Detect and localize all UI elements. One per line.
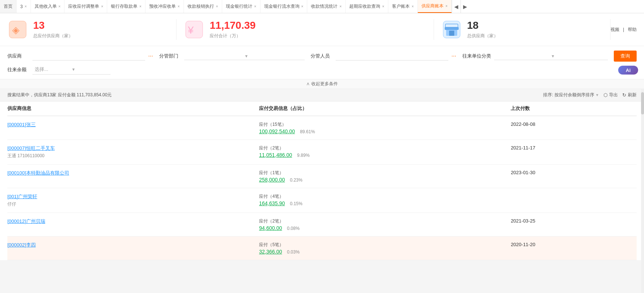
sort-label: 排序: 按应付余额倒序排序 ▼ xyxy=(543,92,599,98)
nav-item-3[interactable]: 3 × xyxy=(17,0,31,13)
supplier-info-cell: [000012]广州贝瑞 xyxy=(7,218,259,225)
supplier-name-link[interactable]: [000007]恒旺二手叉车 xyxy=(7,145,259,152)
payable-amount[interactable]: 258,000.00 xyxy=(259,177,285,183)
payable-amount[interactable]: 94,600.00 xyxy=(259,225,282,231)
filter-person: 分管人员 ··· xyxy=(311,52,456,61)
collapse-text: ∧ 收起更多条件 xyxy=(306,81,337,86)
person-dots-icon[interactable]: ··· xyxy=(451,53,456,59)
nav-next-arrow[interactable]: ▶ xyxy=(461,0,469,13)
nav-item-other-income[interactable]: 其他收入单 × xyxy=(31,0,65,13)
ai-badge[interactable]: Ai xyxy=(618,66,638,75)
stat-icon-supplier: ◈ xyxy=(7,19,28,40)
nav-item-customer-account[interactable]: 客户账本 × xyxy=(388,0,418,13)
svg-rect-7 xyxy=(449,31,454,36)
close-icon[interactable]: × xyxy=(382,4,384,8)
supplier-name-link[interactable]: [000100]本特勤油品有限公司 xyxy=(7,170,259,176)
table-row: [000012]广州贝瑞 应付（2笔） 94,600.00 0.08% 2021… xyxy=(7,213,637,237)
collapse-bar[interactable]: ∧ 收起更多条件 xyxy=(0,79,644,89)
stat-number-payable-total: 11,170.39 xyxy=(210,20,256,31)
nav-item-bank-deposit[interactable]: 银行存取款单 × xyxy=(107,0,146,13)
nav-item-collection[interactable]: 收款核销执行 × xyxy=(184,0,222,13)
supplier-input[interactable] xyxy=(32,52,145,61)
nav-item-cash-bank[interactable]: 现金银行统计 × xyxy=(222,0,260,13)
nav-label: 应收应付调整单 xyxy=(68,3,99,10)
stat-icon-store xyxy=(441,19,462,40)
svg-text:◈: ◈ xyxy=(12,24,20,35)
last-pay-cell: 2022-08-08 xyxy=(511,121,637,127)
nav-item-advance[interactable]: 预收冲应收单 × xyxy=(146,0,184,13)
scrollbar-track xyxy=(641,89,644,260)
close-icon[interactable]: × xyxy=(412,4,414,8)
stat-number-payable-suppliers: 13 xyxy=(33,20,73,31)
supplier-name-link[interactable]: [001]广州荣轩 xyxy=(7,193,259,200)
payable-amount[interactable]: 164,635.90 xyxy=(259,200,285,206)
person-input[interactable] xyxy=(336,52,448,61)
close-icon[interactable]: × xyxy=(59,4,61,8)
nav-item-overdue[interactable]: 超期应收款查询 × xyxy=(346,0,388,13)
payable-pct: 0.08% xyxy=(287,226,300,231)
sort-value[interactable]: 按应付余额倒序排序 xyxy=(554,92,594,97)
filter-supplier: 供应商 ··· xyxy=(7,52,153,61)
payable-amount[interactable]: 100,092,540.00 xyxy=(259,128,295,134)
nav-bar: 首页 3 × 其他收入单 × 应收应付调整单 × 银行存取款单 × 预收冲应收单… xyxy=(0,0,644,13)
nav-label: 客户账本 xyxy=(392,3,410,10)
close-icon[interactable]: × xyxy=(339,4,342,8)
close-icon[interactable]: × xyxy=(254,4,256,8)
supplier-name-link[interactable]: [000001]张三 xyxy=(7,121,259,128)
table-row: [000002]李四 应付（5笔） 32,366.00 0.03% 2020-1… xyxy=(7,237,637,260)
video-link[interactable]: 视频 xyxy=(610,27,619,33)
dept-select[interactable]: ▼ xyxy=(184,52,305,60)
supplier-dots-icon[interactable]: ··· xyxy=(148,53,153,59)
stat-block-total-suppliers: 18 总供应商（家） xyxy=(434,19,610,40)
nav-label: 现金银行统计 xyxy=(226,3,252,10)
nav-item-home[interactable]: 首页 xyxy=(0,0,17,13)
supplier-info-cell: [001]广州荣轩 仔仔 xyxy=(7,193,259,207)
filter-category: 往来单位分类 ▼ xyxy=(462,52,608,60)
supplier-info-cell: [000001]张三 xyxy=(7,121,259,128)
nav-label: 银行存取款单 xyxy=(111,3,137,10)
payable-pct: 0.23% xyxy=(290,177,302,183)
scrollbar-thumb[interactable] xyxy=(641,92,644,114)
supplier-code: [000001]张三 xyxy=(7,122,36,127)
nav-item-cash-flow[interactable]: 现金银行流水查询 × xyxy=(260,0,308,13)
stats-header: ◈ 13 总应付供应商（家） ¥ 11,170.39 应付合计（万） xyxy=(0,13,644,46)
refresh-button[interactable]: ↻ 刷新 xyxy=(622,92,637,98)
nav-item-supplier-account[interactable]: 供应商账本 × xyxy=(418,0,452,13)
filter-area: 供应商 ··· 分管部门 ▼ 分管人员 ··· 往来单位分类 ▼ 查询 往来 xyxy=(0,46,644,79)
supplier-code: [001]广州荣轩 xyxy=(7,194,37,199)
header-actions: 视频 | 帮助 xyxy=(610,27,637,33)
query-button[interactable]: 查询 xyxy=(614,51,637,62)
supplier-name-link[interactable]: [000002]李四 xyxy=(7,242,259,248)
payable-amount[interactable]: 32,366.00 xyxy=(259,249,282,255)
close-icon[interactable]: × xyxy=(178,4,180,8)
close-icon[interactable]: × xyxy=(301,4,304,8)
close-icon[interactable]: × xyxy=(139,4,141,8)
nav-prev-arrow[interactable]: ◀ xyxy=(452,0,461,13)
close-icon[interactable]: × xyxy=(445,4,448,8)
category-label: 往来单位分类 xyxy=(462,53,491,59)
help-link[interactable]: 帮助 xyxy=(628,27,637,33)
nav-item-adjustment[interactable]: 应收应付调整单 × xyxy=(64,0,107,13)
stat-label-payable-total: 应付合计（万） xyxy=(210,33,256,39)
category-select[interactable]: ▼ xyxy=(494,52,608,60)
person-label: 分管人员 xyxy=(311,53,333,59)
supplier-code: [000002]李四 xyxy=(7,242,36,248)
nav-label: 首页 xyxy=(4,3,13,10)
nav-label: 现金银行流水查询 xyxy=(264,3,300,10)
supplier-info-cell: [000002]李四 xyxy=(7,242,259,248)
divider: | xyxy=(623,27,624,32)
close-icon[interactable]: × xyxy=(101,4,103,8)
payable-pct: 0.03% xyxy=(287,249,300,255)
export-label: 导出 xyxy=(609,92,618,98)
close-icon[interactable]: × xyxy=(216,4,218,8)
payable-amount[interactable]: 11,051,486.00 xyxy=(259,152,292,158)
export-button[interactable]: ⬡ 导出 xyxy=(603,92,618,98)
stat-block-payable-suppliers: ◈ 13 总应付供应商（家） xyxy=(7,19,176,40)
table-container: 供应商信息 应付交易信息（占比） 上次付数 [000001]张三 应付（15笔）… xyxy=(0,101,644,260)
balance-select[interactable]: 选择... ▼ xyxy=(32,65,111,75)
supplier-name-link[interactable]: [000012]广州贝瑞 xyxy=(7,218,259,225)
close-icon[interactable]: × xyxy=(25,4,27,8)
nav-item-receipt-stat[interactable]: 收款情况统计 × xyxy=(307,0,346,13)
last-pay-cell: 2021-03-25 xyxy=(511,218,637,224)
table-header: 供应商信息 应付交易信息（占比） 上次付数 xyxy=(7,101,637,116)
